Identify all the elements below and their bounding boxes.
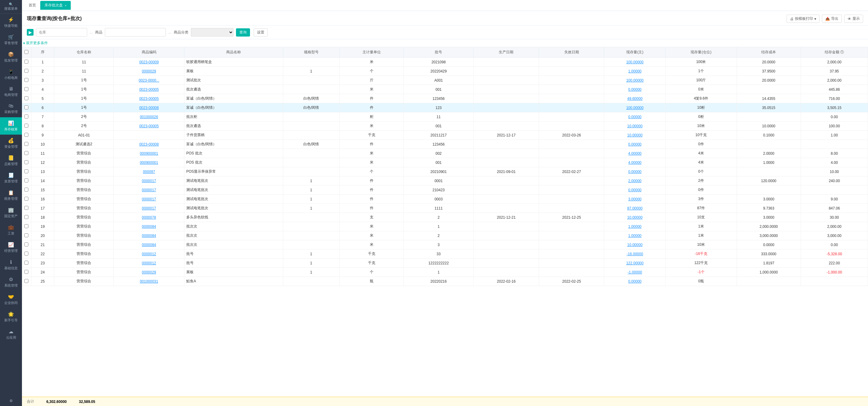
qty-main-link[interactable]: 0.00000 xyxy=(628,142,642,146)
qty-main-link[interactable]: 2.00000 xyxy=(628,179,642,183)
row-select-checkbox[interactable] xyxy=(24,78,28,82)
row-checkbox[interactable] xyxy=(22,103,31,112)
category-select[interactable] xyxy=(191,28,234,37)
row-checkbox[interactable] xyxy=(22,58,31,67)
sidebar-item-mini-ecommerce[interactable]: 📱 小程电商 xyxy=(0,66,22,83)
tab-close-icon[interactable]: × xyxy=(65,4,66,7)
row-select-checkbox[interactable] xyxy=(24,279,28,283)
row-select-checkbox[interactable] xyxy=(24,233,28,237)
sidebar-item-newbie[interactable]: 🌟 新手引导 xyxy=(0,308,22,326)
row-select-checkbox[interactable] xyxy=(24,197,28,201)
qty-main-link[interactable]: 4.00000 xyxy=(628,161,642,165)
row-checkbox[interactable] xyxy=(22,213,31,222)
sidebar-item-payroll[interactable]: 💼 工资 xyxy=(0,222,22,239)
row-checkbox[interactable] xyxy=(22,185,31,195)
row-checkbox[interactable] xyxy=(22,176,31,185)
row-checkbox[interactable] xyxy=(22,112,31,122)
row-checkbox[interactable] xyxy=(22,94,31,103)
row-checkbox[interactable] xyxy=(22,85,31,94)
row-select-checkbox[interactable] xyxy=(24,87,28,91)
row-checkbox[interactable] xyxy=(22,231,31,240)
row-select-checkbox[interactable] xyxy=(24,124,28,128)
filter-toggle-button[interactable]: ▶ xyxy=(27,29,34,36)
qty-main-link[interactable]: 0.00000 xyxy=(628,115,642,119)
select-all-checkbox[interactable] xyxy=(24,50,28,54)
sidebar-item-general[interactable]: 📒 总账管理 xyxy=(0,152,22,169)
row-select-checkbox[interactable] xyxy=(24,160,28,164)
goods-code-link[interactable]: 0000017 xyxy=(142,206,156,210)
sidebar-item-wholesale[interactable]: 📦 批发管理 xyxy=(0,48,22,66)
sidebar-item-invoice[interactable]: 🧾 发票管理 xyxy=(0,169,22,187)
goods-code-link[interactable]: 001000031 xyxy=(140,279,158,283)
goods-code-link[interactable]: 0023-0000... xyxy=(139,78,159,82)
row-checkbox[interactable] xyxy=(22,259,31,268)
goods-code-link[interactable]: 0000084 xyxy=(142,234,156,238)
sidebar-item-asset[interactable]: 💰 资金管理 xyxy=(0,135,22,152)
qty-main-link[interactable]: 0.00000 xyxy=(628,188,642,192)
goods-code-link[interactable]: 0000017 xyxy=(142,197,156,201)
goods-code-link[interactable]: 0023-00008 xyxy=(139,142,159,146)
qty-main-link[interactable]: 87.00000 xyxy=(627,206,642,210)
goods-input[interactable] xyxy=(105,28,166,37)
qty-main-link[interactable]: 0.00000 xyxy=(628,88,642,92)
qty-main-link[interactable]: 100.00000 xyxy=(626,78,644,82)
row-select-checkbox[interactable] xyxy=(24,96,28,100)
row-select-checkbox[interactable] xyxy=(24,206,28,210)
sidebar-item-inventory[interactable]: 📊 库存核算 xyxy=(0,117,22,135)
goods-code-link[interactable]: 0023-00005 xyxy=(139,97,159,101)
sidebar-item-basic-info[interactable]: ℹ 基础信息 xyxy=(0,256,22,273)
sidebar-settings[interactable]: ⚙ xyxy=(0,396,22,406)
export-button[interactable]: 📤 导出 xyxy=(822,14,842,23)
qty-main-link[interactable]: 100.00000 xyxy=(626,106,644,110)
qty-main-link[interactable]: 10.00000 xyxy=(627,215,642,219)
qty-main-link[interactable]: 1.00000 xyxy=(628,234,642,238)
sidebar-item-cloud[interactable]: ☁ 云应用 xyxy=(0,326,22,343)
goods-code-link[interactable]: 0000029 xyxy=(142,270,156,274)
qty-main-link[interactable]: -1.00000 xyxy=(628,270,642,274)
row-select-checkbox[interactable] xyxy=(24,188,28,192)
qty-main-link[interactable]: 49.60000 xyxy=(627,97,642,101)
qty-main-link[interactable]: 122.00000 xyxy=(626,261,644,265)
row-select-checkbox[interactable] xyxy=(24,224,28,228)
qty-main-link[interactable]: 0.00000 xyxy=(628,170,642,174)
goods-code-link[interactable]: 0000084 xyxy=(142,243,156,247)
sidebar-item-retail[interactable]: 🛒 零售管理 xyxy=(0,31,22,48)
row-checkbox[interactable] xyxy=(22,195,31,204)
row-checkbox[interactable] xyxy=(22,131,31,140)
sidebar-search[interactable]: 🔍 搜索菜单 xyxy=(0,0,22,14)
goods-code-link[interactable]: 000900001 xyxy=(140,161,158,165)
row-checkbox[interactable] xyxy=(22,140,31,149)
sidebar-item-fixed-asset[interactable]: 🏢 固定资产 xyxy=(0,204,22,222)
row-checkbox[interactable] xyxy=(22,222,31,231)
row-select-checkbox[interactable] xyxy=(24,242,28,246)
row-select-checkbox[interactable] xyxy=(24,114,28,119)
goods-code-link[interactable]: 0000012 xyxy=(142,261,156,265)
warehouse-input[interactable] xyxy=(36,28,87,37)
sidebar-item-tax[interactable]: 📋 税务管理 xyxy=(0,187,22,204)
row-select-checkbox[interactable] xyxy=(24,133,28,137)
row-checkbox[interactable] xyxy=(22,268,31,277)
row-select-checkbox[interactable] xyxy=(24,251,28,256)
goods-code-link[interactable]: 0000084 xyxy=(142,225,156,229)
row-select-checkbox[interactable] xyxy=(24,169,28,173)
goods-code-link[interactable]: 0000029 xyxy=(142,69,156,73)
show-button[interactable]: 👁 显示 xyxy=(844,14,863,23)
sidebar-item-sys-mgmt[interactable]: ⚙ 系统管理 xyxy=(0,273,22,291)
goods-code-link[interactable]: 000097 xyxy=(143,170,155,174)
set-button[interactable]: 设置 xyxy=(254,28,268,37)
goods-code-link[interactable]: 0023-00005 xyxy=(139,88,159,92)
goods-code-link[interactable]: 000900001 xyxy=(140,151,158,156)
row-select-checkbox[interactable] xyxy=(24,151,28,155)
row-select-checkbox[interactable] xyxy=(24,60,28,64)
row-select-checkbox[interactable] xyxy=(24,215,28,219)
goods-code-link[interactable]: 0000078 xyxy=(142,215,156,219)
row-select-checkbox[interactable] xyxy=(24,69,28,73)
sidebar-item-quick-nav[interactable]: ⚡ 快捷导航 xyxy=(0,14,22,31)
qty-main-link[interactable]: 1.00000 xyxy=(628,69,642,73)
qty-main-link[interactable]: 100.00000 xyxy=(626,60,644,64)
goods-code-link[interactable]: 0023-00009 xyxy=(139,60,159,64)
row-checkbox[interactable] xyxy=(22,67,31,76)
tab-current[interactable]: 库存批次盘 × xyxy=(40,1,71,10)
qty-main-link[interactable]: 4.00000 xyxy=(628,151,642,156)
goods-code-link[interactable]: 0000017 xyxy=(142,188,156,192)
